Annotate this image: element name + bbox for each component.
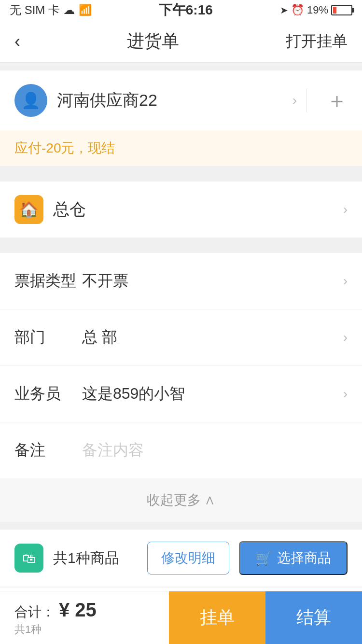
supplier-section: 👤 河南供应商22 › ＋ 应付-20元，现结	[0, 70, 362, 166]
supplier-row[interactable]: 👤 河南供应商22 › ＋	[0, 70, 362, 130]
chevron-right-icon: ›	[343, 273, 348, 289]
avatar: 👤	[14, 84, 47, 117]
total-label-row: 合计： ¥ 25	[14, 599, 154, 621]
department-row[interactable]: 部门 总 部 ›	[0, 309, 362, 366]
sim-label: 无 SIM 卡 ☁	[10, 2, 75, 18]
battery-percent: 19%	[307, 4, 328, 16]
product-icon: 🛍	[14, 544, 43, 573]
home-icon: 🏠	[19, 200, 39, 219]
payment-notice: 应付-20元，现结	[0, 130, 362, 166]
checkout-button[interactable]: 结算	[265, 591, 362, 644]
shopping-bag-icon: 🛍	[22, 550, 36, 566]
remark-row[interactable]: 备注 备注内容	[0, 422, 362, 478]
warehouse-row[interactable]: 🏠 总仓 ›	[0, 182, 362, 238]
remark-label: 备注	[14, 440, 82, 461]
invoice-type-label: 票据类型	[14, 270, 82, 292]
salesperson-label: 业务员	[14, 383, 82, 405]
status-left: 无 SIM 卡 ☁ 📶	[10, 2, 92, 18]
status-bar: 无 SIM 卡 ☁ 📶 下午6:16 ➤ ⏰ 19%	[0, 0, 362, 20]
remark-value: 备注内容	[82, 440, 348, 461]
chevron-right-icon: ›	[343, 202, 348, 217]
open-pending-button[interactable]: 打开挂单	[286, 31, 348, 52]
modify-detail-button[interactable]: 修改明细	[147, 542, 229, 574]
status-right: ➤ ⏰ 19%	[280, 4, 352, 16]
chevron-right-icon: ›	[292, 93, 297, 108]
salesperson-row[interactable]: 业务员 这是859的小智 ›	[0, 366, 362, 422]
status-time: 下午6:16	[159, 1, 213, 19]
total-sub: 共1种	[14, 622, 154, 637]
page-title: 进货单	[127, 29, 179, 53]
warehouse-icon: 🏠	[14, 195, 43, 224]
department-label: 部门	[14, 327, 82, 348]
footer-total: 合计： ¥ 25 共1种	[0, 591, 169, 644]
warehouse-name: 总仓	[53, 198, 343, 221]
location-icon: ➤	[280, 4, 288, 16]
product-header: 🛍 共1种商品 修改明细 🛒 选择商品	[0, 530, 362, 587]
total-label: 合计：	[14, 603, 55, 621]
salesperson-value: 这是859的小智	[82, 383, 343, 405]
cart-icon: 🛒	[255, 550, 272, 566]
form-section: 票据类型 不开票 › 部门 总 部 › 业务员 这是859的小智 › 备注 备注…	[0, 253, 362, 478]
wifi-icon: 📶	[79, 4, 92, 16]
alarm-icon: ⏰	[291, 4, 304, 16]
chevron-right-icon: ›	[343, 386, 348, 402]
invoice-type-value: 不开票	[82, 270, 343, 292]
separator-3	[0, 245, 362, 253]
footer: 合计： ¥ 25 共1种 挂单 结算	[0, 591, 362, 644]
chevron-right-icon: ›	[343, 330, 348, 345]
product-count: 共1种商品	[53, 548, 138, 568]
separator-1	[0, 63, 362, 70]
battery-fill	[333, 7, 336, 14]
add-icon[interactable]: ＋	[326, 86, 348, 115]
invoice-type-row[interactable]: 票据类型 不开票 ›	[0, 253, 362, 309]
back-button[interactable]: ‹	[14, 31, 20, 52]
separator-2	[0, 174, 362, 182]
supplier-name: 河南供应商22	[57, 89, 292, 112]
total-amount: ¥ 25	[59, 599, 97, 621]
hang-order-button[interactable]: 挂单	[169, 591, 265, 644]
battery-icon	[331, 5, 352, 15]
nav-bar: ‹ 进货单 打开挂单	[0, 20, 362, 63]
divider	[306, 88, 307, 112]
select-product-button[interactable]: 🛒 选择商品	[239, 541, 348, 575]
department-value: 总 部	[82, 327, 343, 348]
collapse-toggle[interactable]: 收起更多 ∧	[0, 478, 362, 522]
avatar-icon: 👤	[21, 91, 41, 110]
